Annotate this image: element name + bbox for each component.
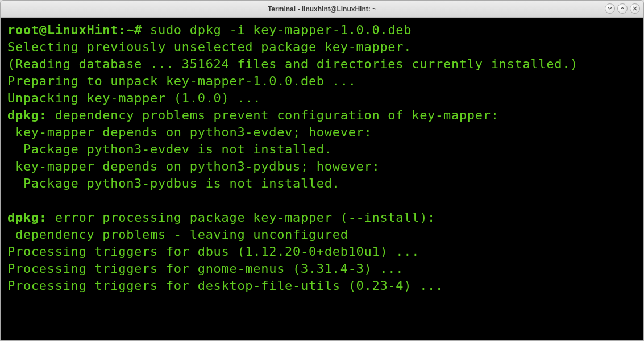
close-button[interactable] <box>630 3 640 14</box>
titlebar[interactable]: Terminal - linuxhint@LinuxHint: ~ <box>1 1 643 18</box>
dpkg-prefix: dpkg: <box>7 108 47 122</box>
minimize-icon <box>608 6 612 11</box>
window-controls <box>605 3 640 14</box>
dpkg-prefix: dpkg: <box>7 210 47 224</box>
close-icon <box>633 6 637 11</box>
terminal-body[interactable]: root@LinuxHint:~# sudo dpkg -i key-mappe… <box>1 18 643 340</box>
maximize-button[interactable] <box>617 3 628 14</box>
minimize-button[interactable] <box>605 3 615 14</box>
prompt: root@LinuxHint:~# <box>7 23 142 37</box>
terminal-window: Terminal - linuxhint@LinuxHint: ~ root@L… <box>0 0 644 341</box>
window-title: Terminal - linuxhint@LinuxHint: ~ <box>268 5 376 13</box>
maximize-icon <box>620 6 625 11</box>
